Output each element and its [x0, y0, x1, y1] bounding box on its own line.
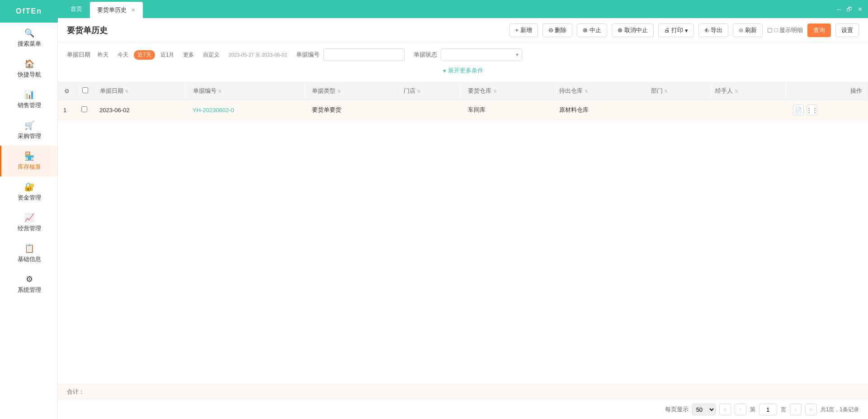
next-page-btn[interactable]: › — [790, 404, 802, 415]
page-title: 要货单历史 — [67, 25, 509, 36]
th-req-warehouse[interactable]: 要货仓库 — [462, 82, 554, 100]
basicinfo-icon: 📋 — [24, 243, 34, 253]
finance-icon: 🔐 — [24, 182, 34, 192]
doc-date-label: 单据日期 — [67, 51, 90, 59]
select-all-checkbox[interactable] — [82, 87, 88, 93]
cell-doc-type-0: 要货单要货 — [307, 100, 398, 120]
date-btn-1month[interactable]: 近1月 — [157, 50, 178, 60]
sidebar-item-quicknav[interactable]: 🏠 快捷导航 — [0, 53, 57, 84]
cancel-stop-button-label: ⊗ 取消中止 — [618, 26, 648, 34]
print-button[interactable]: 🖨 打印 ▾ — [658, 24, 694, 37]
table-row: 1 2023-06-02 YH-20230602-0 要货单要货 车间库 原材料… — [58, 100, 868, 120]
window-close-btn[interactable]: ✕ — [858, 6, 863, 13]
sidebar-item-operations-label: 经营管理 — [18, 224, 41, 233]
refresh-button[interactable]: ⊙ 刷新 — [733, 24, 763, 37]
sidebar-item-inventory[interactable]: 🏪 库存核算 — [0, 146, 57, 176]
th-doc-date[interactable]: 单据日期 — [94, 82, 187, 100]
table-footer: 合计： — [58, 384, 868, 400]
cell-ops-0: 📄 ⋮⋮ — [788, 100, 868, 120]
pagination: 每页显示 50 20 100 200 « ‹ 第 页 › » 共1页，1条记录 — [58, 400, 868, 419]
first-page-btn[interactable]: « — [719, 404, 731, 415]
summary-label: 合计： — [67, 388, 85, 396]
tab-yh-history-close[interactable]: ✕ — [131, 7, 135, 13]
settings-button[interactable]: 设置 — [835, 24, 859, 37]
delete-button[interactable]: ⊖ 删除 — [542, 24, 573, 37]
sidebar-item-purchase[interactable]: 🛒 采购管理 — [0, 115, 57, 146]
window-minimize-btn[interactable]: ─ — [837, 6, 841, 13]
cell-checkbox-0 — [76, 100, 94, 120]
tab-home[interactable]: 首页 — [63, 0, 90, 18]
stop-button[interactable]: ⊗ 中止 — [577, 24, 607, 37]
settings-button-label: 设置 — [841, 26, 853, 34]
new-button[interactable]: + 新增 — [509, 24, 538, 37]
toolbar: + 新增 ⊖ 删除 ⊗ 中止 ⊗ 取消中止 🖨 打印 ▾ ⊕ 导出 — [509, 24, 859, 37]
last-page-btn[interactable]: » — [805, 404, 817, 415]
print-dropdown-icon: ▾ — [685, 27, 688, 34]
row-checkbox-0[interactable] — [81, 106, 87, 112]
date-btn-7days[interactable]: 近7天 — [134, 50, 155, 60]
sidebar-item-operations[interactable]: 📈 经营管理 — [0, 207, 57, 238]
tab-yh-history[interactable]: 要货单历史 ✕ — [90, 2, 143, 18]
date-btn-today[interactable]: 今天 — [114, 50, 132, 60]
page-header: 要货单历史 + 新增 ⊖ 删除 ⊗ 中止 ⊗ 取消中止 🖨 打印 ▾ — [58, 18, 868, 43]
th-settings[interactable]: ⚙ — [58, 82, 76, 100]
sidebar-item-system[interactable]: ⚙ 系统管理 — [0, 269, 57, 300]
row-edit-btn-0[interactable]: 📄 — [793, 105, 804, 115]
sidebar-item-purchase-label: 采购管理 — [18, 132, 41, 140]
delete-button-label: ⊖ 删除 — [548, 26, 567, 34]
th-store[interactable]: 门店 — [398, 82, 462, 100]
new-button-label: + 新增 — [515, 26, 532, 34]
refresh-button-label: ⊙ 刷新 — [739, 26, 757, 34]
sidebar-item-search-label: 搜索菜单 — [18, 40, 41, 48]
th-operations-label: 操作 — [850, 87, 862, 94]
th-operations: 操作 — [788, 82, 868, 100]
display-cells-label: □ 显示明细 — [774, 26, 803, 34]
window-restore-btn[interactable]: 🗗 — [846, 6, 852, 13]
date-btn-more[interactable]: 更多 — [179, 50, 198, 60]
th-handler[interactable]: 经手人 — [710, 82, 788, 100]
sidebar-item-finance[interactable]: 🔐 资金管理 — [0, 176, 57, 207]
search-icon: 🔍 — [24, 28, 34, 38]
date-btn-yesterday[interactable]: 昨天 — [94, 50, 112, 60]
prev-page-btn[interactable]: ‹ — [735, 404, 746, 415]
table-container: ⚙ 单据日期 单据编号 单据类型 — [58, 82, 868, 384]
th-pending-warehouse-label: 待出仓库 — [559, 87, 583, 94]
doc-no-link-0[interactable]: YH-20230602-0 — [193, 107, 234, 114]
cell-doc-date-0: 2023-06-02 — [94, 100, 187, 120]
export-button[interactable]: ⊕ 导出 — [698, 24, 728, 37]
stop-button-label: ⊗ 中止 — [583, 26, 601, 34]
doc-status-select-wrapper: 草稿 已确认 已完成 — [441, 48, 522, 61]
th-department[interactable]: 部门 — [645, 82, 710, 100]
cancel-stop-button[interactable]: ⊗ 取消中止 — [612, 24, 654, 37]
date-btn-custom[interactable]: 自定义 — [199, 50, 223, 60]
sidebar-item-basicinfo-label: 基础信息 — [18, 255, 41, 263]
th-doc-no[interactable]: 单据编号 — [187, 82, 307, 100]
th-req-warehouse-label: 要货仓库 — [468, 87, 491, 94]
th-doc-type-label: 单据类型 — [312, 87, 335, 94]
brand-text: OfTEn — [16, 7, 42, 15]
sidebar-item-inventory-label: 库存核算 — [18, 163, 41, 171]
system-icon: ⚙ — [26, 274, 33, 284]
th-pending-warehouse[interactable]: 待出仓库 — [554, 82, 646, 100]
tab-home-label: 首页 — [71, 5, 82, 13]
expand-down-icon: ▾ — [443, 67, 446, 74]
cell-req-warehouse-0: 车间库 — [462, 100, 554, 120]
display-cells-btn[interactable]: ☐ □ 显示明细 — [767, 26, 803, 34]
total-info: 共1页，1条记录 — [821, 406, 859, 414]
page-size-select[interactable]: 50 20 100 200 — [692, 404, 716, 415]
expand-more-btn[interactable]: ▾ 展开更多条件 — [443, 65, 483, 76]
date-range-display: 2023-05-27 至 2023-06-02 — [228, 52, 287, 58]
doc-no-input[interactable] — [323, 48, 405, 61]
th-checkbox — [76, 82, 94, 100]
sidebar-item-search[interactable]: 🔍 搜索菜单 — [0, 23, 57, 53]
doc-no-label: 单据编号 — [296, 51, 320, 59]
sidebar-item-sales[interactable]: 📊 销售管理 — [0, 84, 57, 115]
sidebar-item-basicinfo[interactable]: 📋 基础信息 — [0, 238, 57, 269]
print-button-label: 🖨 打印 — [664, 26, 684, 34]
sidebar-item-quicknav-label: 快捷导航 — [18, 71, 41, 79]
doc-status-select[interactable]: 草稿 已确认 已完成 — [441, 48, 522, 61]
th-doc-type[interactable]: 单据类型 — [307, 82, 398, 100]
query-button[interactable]: 查询 — [807, 24, 831, 37]
page-input[interactable] — [759, 404, 777, 415]
row-more-btn-0[interactable]: ⋮⋮ — [807, 105, 817, 115]
